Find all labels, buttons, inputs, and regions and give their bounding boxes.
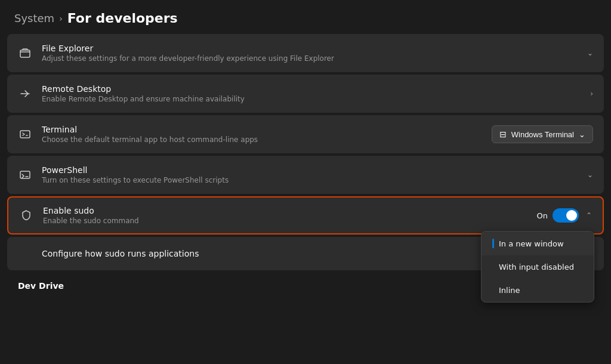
file-explorer-desc: Adjust these settings for a more develop… bbox=[42, 54, 334, 63]
setting-left: PowerShell Turn on these settings to exe… bbox=[18, 165, 587, 184]
terminal-dropdown-icon: ⊟ bbox=[499, 129, 507, 139]
setting-file-explorer[interactable]: File Explorer Adjust these settings for … bbox=[7, 34, 604, 72]
setting-left: Remote Desktop Enable Remote Desktop and… bbox=[18, 84, 590, 103]
setting-powershell[interactable]: PowerShell Turn on these settings to exe… bbox=[7, 156, 604, 194]
remote-desktop-text: Remote Desktop Enable Remote Desktop and… bbox=[42, 84, 245, 103]
sudo-option-inline-label: Inline bbox=[492, 286, 520, 295]
sudo-toggle-thumb bbox=[566, 210, 577, 221]
file-explorer-chevron-icon: ⌄ bbox=[587, 49, 593, 57]
setting-left: Terminal Choose the default terminal app… bbox=[18, 125, 492, 144]
sudo-title: Enable sudo bbox=[43, 206, 139, 215]
remote-desktop-right: › bbox=[590, 90, 593, 98]
remote-desktop-title: Remote Desktop bbox=[42, 84, 245, 94]
powershell-chevron-icon: ⌄ bbox=[587, 171, 593, 179]
sudo-toggle[interactable] bbox=[553, 208, 579, 223]
sudo-toggle-label: On bbox=[536, 211, 547, 220]
sudo-option-input-disabled-label: With input disabled bbox=[492, 263, 574, 272]
svg-rect-2 bbox=[20, 171, 30, 178]
svg-rect-1 bbox=[20, 131, 30, 138]
file-explorer-right: ⌄ bbox=[587, 49, 593, 57]
sudo-option-new-window[interactable]: In a new window bbox=[482, 232, 594, 255]
terminal-dropdown-chevron: ⌄ bbox=[579, 130, 585, 139]
terminal-desc: Choose the default terminal app to host … bbox=[42, 135, 258, 144]
powershell-title: PowerShell bbox=[42, 165, 229, 175]
settings-list: File Explorer Adjust these settings for … bbox=[0, 34, 611, 294]
page-header: System › For developers bbox=[0, 0, 611, 34]
sudo-option-new-window-label: In a new window bbox=[499, 239, 564, 248]
sudo-sub-row[interactable]: Configure how sudo runs applications In … bbox=[7, 237, 604, 270]
powershell-right: ⌄ bbox=[587, 171, 593, 179]
powershell-desc: Turn on these settings to execute PowerS… bbox=[42, 176, 229, 184]
sudo-text: Enable sudo Enable the sudo command bbox=[43, 206, 139, 225]
terminal-title: Terminal bbox=[42, 125, 258, 134]
file-explorer-icon bbox=[18, 46, 32, 60]
terminal-text: Terminal Choose the default terminal app… bbox=[42, 125, 258, 144]
setting-sudo[interactable]: Enable sudo Enable the sudo command On ⌃ bbox=[7, 196, 604, 235]
sudo-sub-label: Configure how sudo runs applications bbox=[18, 249, 199, 258]
powershell-icon bbox=[18, 168, 32, 182]
terminal-icon bbox=[18, 127, 32, 141]
sudo-right[interactable]: On ⌃ bbox=[536, 208, 592, 223]
sudo-section-container: Enable sudo Enable the sudo command On ⌃… bbox=[7, 196, 604, 270]
remote-desktop-desc: Enable Remote Desktop and ensure machine… bbox=[42, 95, 245, 103]
svg-rect-0 bbox=[20, 50, 30, 57]
terminal-dropdown-button[interactable]: ⊟ Windows Terminal ⌄ bbox=[492, 125, 593, 143]
sudo-icon bbox=[19, 208, 33, 223]
setting-left: File Explorer Adjust these settings for … bbox=[18, 44, 587, 63]
dev-drive-title: Dev Drive bbox=[18, 281, 64, 291]
powershell-text: PowerShell Turn on these settings to exe… bbox=[42, 165, 229, 184]
setting-remote-desktop[interactable]: Remote Desktop Enable Remote Desktop and… bbox=[7, 75, 604, 113]
sudo-option-input-disabled[interactable]: With input disabled bbox=[482, 255, 594, 279]
breadcrumb-system[interactable]: System bbox=[14, 12, 54, 24]
remote-desktop-chevron-icon: › bbox=[590, 90, 593, 98]
selection-indicator bbox=[492, 239, 494, 248]
breadcrumb-chevron: › bbox=[59, 14, 63, 23]
setting-terminal[interactable]: Terminal Choose the default terminal app… bbox=[7, 115, 604, 153]
page-title: For developers bbox=[67, 11, 178, 26]
sudo-chevron-up-icon: ⌃ bbox=[586, 211, 592, 220]
remote-desktop-icon bbox=[18, 87, 32, 101]
file-explorer-text: File Explorer Adjust these settings for … bbox=[42, 44, 334, 63]
file-explorer-title: File Explorer bbox=[42, 44, 334, 53]
terminal-right[interactable]: ⊟ Windows Terminal ⌄ bbox=[492, 125, 593, 143]
sudo-left: Enable sudo Enable the sudo command bbox=[19, 206, 536, 225]
sudo-dropdown-menu: In a new window With input disabled Inli… bbox=[481, 231, 594, 303]
terminal-dropdown-label: Windows Terminal bbox=[511, 130, 574, 139]
sudo-desc: Enable the sudo command bbox=[43, 217, 139, 225]
sudo-option-inline[interactable]: Inline bbox=[482, 279, 594, 302]
